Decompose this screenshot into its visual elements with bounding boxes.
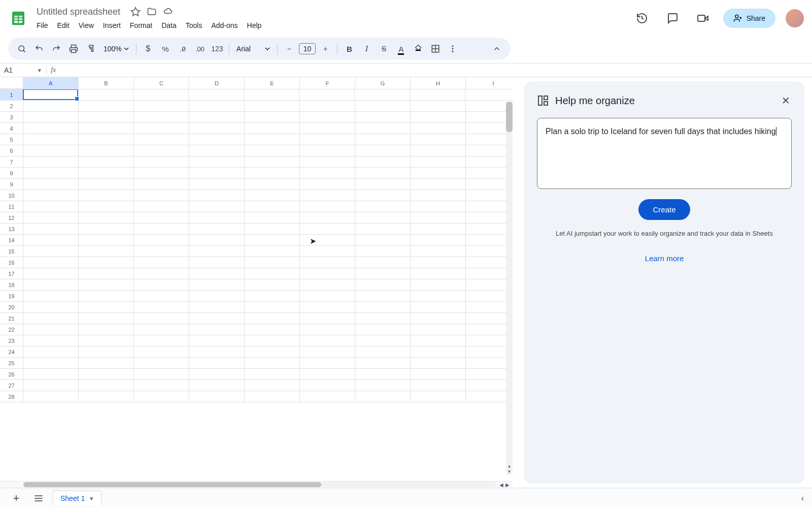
cell[interactable] (300, 246, 355, 257)
cell[interactable] (355, 246, 411, 257)
cell[interactable] (411, 168, 466, 179)
cell[interactable] (189, 89, 244, 101)
cell[interactable] (355, 324, 411, 335)
cell[interactable] (245, 324, 300, 335)
cell[interactable] (245, 279, 300, 291)
cell[interactable] (189, 279, 245, 291)
cell[interactable] (79, 257, 134, 268)
cell[interactable] (411, 358, 466, 369)
cell[interactable] (134, 346, 189, 358)
sheets-logo[interactable] (8, 8, 28, 28)
cell[interactable] (411, 335, 466, 346)
cell[interactable] (79, 291, 134, 302)
cell[interactable] (79, 358, 134, 369)
row-header-16[interactable]: 16 (0, 257, 23, 268)
decrease-font-button[interactable]: − (282, 41, 297, 56)
cell[interactable] (300, 335, 355, 346)
cell[interactable] (245, 313, 300, 324)
cell[interactable] (245, 235, 300, 246)
col-header-D[interactable]: D (189, 77, 245, 89)
cell[interactable] (355, 123, 411, 134)
cell[interactable] (79, 380, 134, 391)
cell[interactable] (411, 246, 466, 257)
row-header-2[interactable]: 2 (0, 101, 23, 112)
cell[interactable] (411, 101, 466, 112)
cell[interactable] (245, 201, 300, 212)
cell[interactable] (300, 168, 355, 179)
cell[interactable] (134, 112, 189, 123)
cell[interactable] (189, 190, 245, 201)
row-header-24[interactable]: 24 (0, 346, 23, 358)
row-header-18[interactable]: 18 (0, 279, 23, 291)
cell[interactable] (79, 179, 134, 190)
cell[interactable] (189, 369, 245, 380)
cell[interactable] (189, 346, 245, 358)
cell[interactable] (134, 369, 189, 380)
print-button[interactable] (66, 41, 81, 56)
bold-button[interactable]: B (342, 41, 357, 56)
cell[interactable] (355, 380, 411, 391)
cell[interactable] (23, 168, 79, 179)
cell[interactable] (245, 346, 300, 358)
cell[interactable] (23, 346, 79, 358)
cell[interactable] (79, 235, 134, 246)
cell[interactable] (300, 313, 355, 324)
menu-file[interactable]: File (32, 19, 52, 31)
row-header-11[interactable]: 11 (0, 201, 23, 212)
cell[interactable] (245, 369, 300, 380)
cell[interactable] (189, 380, 245, 391)
cell[interactable] (411, 134, 466, 145)
cell[interactable] (300, 112, 355, 123)
cell[interactable] (245, 380, 300, 391)
fill-color-button[interactable] (411, 41, 426, 56)
cell[interactable] (134, 335, 189, 346)
star-icon[interactable] (130, 7, 141, 17)
cell[interactable] (23, 324, 79, 335)
cell[interactable] (300, 268, 355, 279)
row-header-22[interactable]: 22 (0, 324, 23, 335)
prompt-textarea[interactable]: Plan a solo trip to Iceland for seven fu… (537, 118, 792, 189)
cell[interactable] (300, 134, 355, 145)
increase-decimal-button[interactable]: .00 (192, 41, 208, 56)
cell[interactable] (245, 145, 300, 156)
cell[interactable] (300, 201, 355, 212)
cell[interactable] (23, 156, 79, 168)
cell[interactable] (245, 123, 300, 134)
cell[interactable] (133, 89, 189, 101)
cell[interactable] (79, 391, 134, 402)
cell[interactable] (300, 156, 355, 168)
cell[interactable] (300, 224, 355, 235)
cell[interactable] (23, 279, 79, 291)
cell[interactable] (23, 190, 79, 201)
cell[interactable] (189, 212, 245, 224)
cell[interactable] (245, 246, 300, 257)
cell[interactable] (79, 346, 134, 358)
cell[interactable] (79, 156, 134, 168)
cell[interactable] (134, 224, 189, 235)
row-header-10[interactable]: 10 (0, 190, 23, 201)
cell[interactable] (411, 201, 466, 212)
cell[interactable] (411, 380, 466, 391)
cell[interactable] (79, 112, 134, 123)
cell[interactable] (23, 268, 79, 279)
cell[interactable] (134, 257, 189, 268)
cell[interactable] (245, 134, 300, 145)
cell[interactable] (245, 335, 300, 346)
cell[interactable] (355, 190, 411, 201)
hscroll-arrows[interactable]: ◀▶ (496, 482, 513, 488)
menu-view[interactable]: View (75, 19, 98, 31)
cell[interactable] (411, 324, 466, 335)
menu-edit[interactable]: Edit (53, 19, 74, 31)
cell[interactable] (134, 235, 189, 246)
cell[interactable] (79, 324, 134, 335)
cell[interactable] (411, 268, 466, 279)
cell[interactable] (410, 89, 465, 101)
cell[interactable] (411, 291, 466, 302)
cell[interactable] (79, 201, 134, 212)
cell[interactable] (355, 179, 411, 190)
cell[interactable] (245, 224, 300, 235)
history-icon[interactable] (632, 8, 652, 28)
cell[interactable] (300, 346, 355, 358)
cell[interactable] (189, 224, 245, 235)
cell[interactable] (189, 112, 245, 123)
